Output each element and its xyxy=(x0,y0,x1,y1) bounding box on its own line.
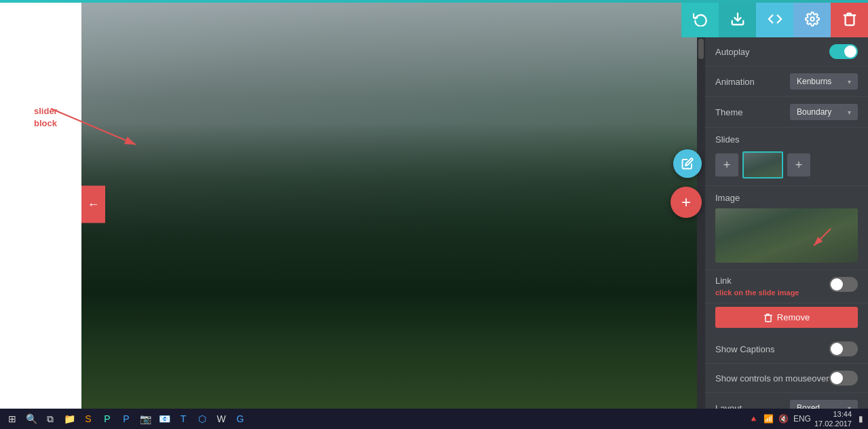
slides-row: + + xyxy=(715,151,858,179)
layout-value: Boxed xyxy=(797,403,820,409)
show-controls-label: Show controls on mouseover xyxy=(715,373,829,384)
theme-label: Theme xyxy=(715,107,790,117)
autoplay-row: Autoplay xyxy=(705,37,868,67)
autoplay-toggle[interactable] xyxy=(829,44,858,59)
link-row: Link click on the slide image xyxy=(705,270,868,303)
link-toggle-knob xyxy=(831,278,843,291)
scrollbar-thumb[interactable] xyxy=(698,39,704,59)
image-thumbnail[interactable] xyxy=(715,208,858,263)
taskbar-time-display: 13:44 xyxy=(814,409,852,419)
taskbar-icon-2: 📶 xyxy=(762,414,775,424)
remove-label: Remove xyxy=(777,312,810,322)
layout-dropdown[interactable]: Boxed ▾ xyxy=(790,400,858,409)
taskbar-language: ENG xyxy=(792,414,812,424)
download-button[interactable] xyxy=(719,0,756,37)
taskbar-icon-3: 🔇 xyxy=(777,414,790,424)
taskbar-app5-button[interactable]: 📷 xyxy=(136,410,154,428)
code-button[interactable] xyxy=(756,0,793,37)
link-label: Link xyxy=(715,276,824,286)
layout-label: Layout xyxy=(715,403,790,409)
top-toolbar xyxy=(681,0,868,37)
svg-line-1 xyxy=(51,109,136,145)
float-add-button[interactable]: + xyxy=(671,187,702,218)
show-controls-toggle[interactable] xyxy=(829,371,858,386)
autoplay-toggle-knob xyxy=(844,45,856,58)
slide-add-before-button[interactable]: + xyxy=(715,153,738,176)
taskbar-app10-button[interactable]: G xyxy=(231,410,249,428)
taskbar-date-display: 17.02.2017 xyxy=(814,419,852,428)
right-panel: Autoplay Animation Kenburns ▾ Theme Boun… xyxy=(705,37,868,409)
show-captions-toggle-knob xyxy=(831,343,843,355)
taskbar-search-button[interactable]: 🔍 xyxy=(22,410,40,428)
taskbar-start-button[interactable]: ⊞ xyxy=(3,410,21,428)
svg-line-5 xyxy=(814,229,831,246)
theme-row: Theme Boundary ▾ xyxy=(705,97,868,128)
theme-dropdown-arrow: ▾ xyxy=(848,109,851,116)
image-annotation-arrow xyxy=(804,225,837,253)
taskbar-system-icons: 🔺 📶 🔇 ENG 13:44 17.02.2017 ▮ xyxy=(747,409,865,429)
taskbar-app4-button[interactable]: P xyxy=(117,410,135,428)
taskbar-explorer-button[interactable]: 📁 xyxy=(60,410,78,428)
taskbar-app6-button[interactable]: 📧 xyxy=(155,410,173,428)
taskbar-clock: 13:44 17.02.2017 xyxy=(814,409,855,429)
arrow-left-icon: ← xyxy=(88,198,100,212)
forest-layer xyxy=(81,123,705,409)
float-add-icon: + xyxy=(681,194,691,210)
taskbar-show-desktop[interactable]: ▮ xyxy=(857,414,865,424)
show-captions-row: Show Captions xyxy=(705,335,868,364)
layout-row: Layout Boxed ▾ xyxy=(705,393,868,409)
image-section: Image xyxy=(705,186,868,270)
link-sublabel: click on the slide image xyxy=(715,288,824,297)
taskbar-taskview-button[interactable]: ⧉ xyxy=(41,410,59,428)
slider-background xyxy=(81,0,705,409)
refresh-button[interactable] xyxy=(681,0,719,37)
show-captions-toggle[interactable] xyxy=(829,341,858,356)
remove-button[interactable]: Remove xyxy=(715,307,858,328)
theme-dropdown[interactable]: Boundary ▾ xyxy=(790,104,858,120)
remove-icon xyxy=(763,313,773,322)
taskbar-app2-button[interactable]: S xyxy=(79,410,97,428)
slide-add-after-button[interactable]: + xyxy=(787,153,810,176)
animation-dropdown[interactable]: Kenburns ▾ xyxy=(790,73,858,90)
theme-value: Boundary xyxy=(797,107,831,117)
taskbar-app7-button[interactable]: T xyxy=(174,410,192,428)
animation-label: Animation xyxy=(715,77,790,87)
slides-label: Slides xyxy=(715,134,858,145)
taskbar-app3-button[interactable]: P xyxy=(98,410,116,428)
taskbar-app8-button[interactable]: ⬡ xyxy=(193,410,211,428)
animation-row: Animation Kenburns ▾ xyxy=(705,67,868,97)
slides-section: Slides + + xyxy=(705,128,868,186)
animation-value: Kenburns xyxy=(797,77,831,86)
canvas-area: ← sliderblock xyxy=(0,0,705,409)
settings-button[interactable] xyxy=(793,0,831,37)
animation-dropdown-arrow: ▾ xyxy=(848,78,851,86)
annotation-arrow-svg xyxy=(44,98,153,153)
show-captions-label: Show Captions xyxy=(715,344,829,354)
autoplay-label: Autoplay xyxy=(715,47,829,57)
svg-point-3 xyxy=(810,17,814,21)
taskbar-app9-button[interactable]: W xyxy=(212,410,230,428)
delete-button[interactable] xyxy=(831,0,868,37)
show-controls-toggle-knob xyxy=(831,372,843,384)
show-controls-row: Show controls on mouseover xyxy=(705,364,868,393)
taskbar-icon-1: 🔺 xyxy=(747,414,760,424)
link-label-col: Link click on the slide image xyxy=(715,276,824,297)
float-edit-button[interactable] xyxy=(673,149,702,178)
slide-thumbnail-1[interactable] xyxy=(742,151,783,179)
panel-scrollbar[interactable] xyxy=(697,37,705,409)
white-side-panel xyxy=(0,0,81,409)
slider-prev-arrow[interactable]: ← xyxy=(81,186,105,223)
image-label: Image xyxy=(715,193,858,203)
link-toggle[interactable] xyxy=(829,277,858,292)
top-accent-bar xyxy=(0,0,868,3)
taskbar: ⊞ 🔍 ⧉ 📁 S P P 📷 📧 T ⬡ W G 🔺 📶 🔇 ENG 13:4… xyxy=(0,409,868,429)
